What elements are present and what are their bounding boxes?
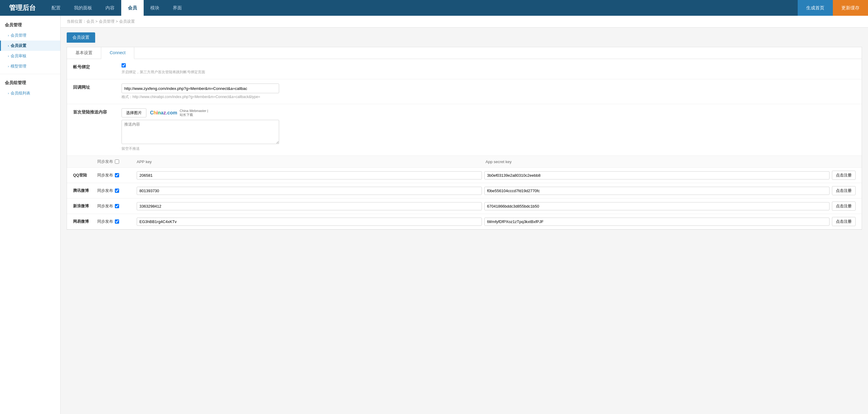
chevron-icon: › bbox=[8, 92, 9, 95]
refresh-button[interactable]: 更新缓存 bbox=[833, 0, 868, 16]
social-header-row: 同步发布 APP key App secret key bbox=[67, 156, 862, 168]
first-login-label: 首次登陆推送内容 bbox=[73, 108, 122, 115]
sync-header: 同步发布 bbox=[97, 159, 137, 164]
netease-label: 网易微博 bbox=[73, 219, 97, 224]
breadcrumb: 当前位置：会员 > 会员管理 > 会员设置 bbox=[61, 16, 868, 28]
chevron-icon: › bbox=[8, 65, 9, 68]
qq-appkey-input[interactable] bbox=[137, 171, 482, 179]
sidebar-divider bbox=[0, 74, 60, 74]
account-bind-checkbox[interactable] bbox=[122, 63, 126, 68]
generate-button[interactable]: 生成首页 bbox=[798, 0, 833, 16]
sidebar-item-membergroup-list[interactable]: › 会员组列表 bbox=[0, 88, 60, 98]
push-hint: 留空不推送 bbox=[122, 146, 856, 151]
sina-sync-checkbox[interactable] bbox=[115, 204, 119, 208]
brand-title: 管理后台 bbox=[0, 3, 45, 12]
right-buttons: 生成首页 更新缓存 bbox=[798, 0, 868, 16]
page-body: 会员设置 基本设置 Connect 帐号绑定 bbox=[61, 28, 868, 235]
tab-basic-settings[interactable]: 基本设置 bbox=[67, 47, 101, 59]
sidebar-group-membergroup-title: 会员组管理 bbox=[0, 76, 60, 88]
nav-item-module[interactable]: 模块 bbox=[144, 0, 166, 16]
netease-sync-label: 同步发布 bbox=[97, 219, 113, 224]
chevron-icon: › bbox=[8, 55, 9, 58]
nav-item-dashboard[interactable]: 我的面板 bbox=[67, 0, 99, 16]
netease-appkey-wrap bbox=[137, 217, 482, 226]
select-image-button[interactable]: 选择图片 bbox=[122, 108, 146, 117]
account-bind-label: 帐号绑定 bbox=[73, 63, 122, 70]
brand-logo-area: Chinaz.com China Webmaster | 站长下载 bbox=[150, 109, 208, 117]
qq-sync-checkbox[interactable] bbox=[115, 173, 119, 177]
netease-sync: 同步发布 bbox=[97, 219, 137, 224]
qq-sync: 同步发布 bbox=[97, 172, 137, 178]
img-select-row: 选择图片 Chinaz.com China Webmaster | 站长下载 bbox=[122, 108, 856, 117]
social-row-tencent: 腾讯微博 同步发布 点击注册 bbox=[67, 183, 862, 199]
settings-panel: 基本设置 Connect 帐号绑定 开启绑定，第三方用户首次登陆将跳到帐号绑定页… bbox=[67, 47, 862, 230]
qq-secret-input[interactable] bbox=[484, 171, 830, 179]
first-login-content: 选择图片 Chinaz.com China Webmaster | 站长下载 bbox=[122, 108, 856, 151]
nav-item-config[interactable]: 配置 bbox=[45, 0, 67, 16]
qq-secret-wrap bbox=[484, 171, 830, 179]
sync-header-checkbox[interactable] bbox=[115, 160, 119, 164]
secret-header: App secret key bbox=[486, 160, 832, 164]
top-nav: 管理后台 配置 我的面板 内容 会员 模块 界面 生成首页 更新缓存 bbox=[0, 0, 868, 16]
tencent-register-button[interactable]: 点击注册 bbox=[832, 186, 856, 195]
sina-appkey-input[interactable] bbox=[137, 202, 482, 210]
sina-register-button[interactable]: 点击注册 bbox=[832, 202, 856, 211]
callback-label: 回调网址 bbox=[73, 83, 122, 90]
chevron-icon: › bbox=[8, 44, 9, 47]
page-tab-btn[interactable]: 会员设置 bbox=[67, 32, 95, 43]
netease-secret-wrap bbox=[484, 217, 830, 226]
callback-input[interactable] bbox=[122, 83, 279, 93]
page-tab-header: 会员设置 bbox=[67, 32, 862, 43]
sina-appkey-wrap bbox=[137, 202, 482, 210]
nav-items: 配置 我的面板 内容 会员 模块 界面 bbox=[45, 0, 798, 16]
tencent-secret-input[interactable] bbox=[484, 187, 830, 195]
form-row-callback: 回调网址 格式：http://www.chinabpi.com/index.ph… bbox=[67, 79, 862, 104]
form-row-account-bind: 帐号绑定 开启绑定，第三方用户首次登陆将跳到帐号绑定页面 bbox=[67, 59, 862, 79]
qq-register-button[interactable]: 点击注册 bbox=[832, 171, 856, 180]
tencent-appkey-input[interactable] bbox=[137, 187, 482, 195]
sina-label: 新浪微博 bbox=[73, 203, 97, 209]
callback-content: 格式：http://www.chinabpi.com/index.php?g=M… bbox=[122, 83, 856, 100]
social-row-netease: 网易微博 同步发布 点击注册 bbox=[67, 214, 862, 230]
qq-appkey-wrap bbox=[137, 171, 482, 179]
social-row-sina: 新浪微博 同步发布 点击注册 bbox=[67, 199, 862, 214]
sina-secret-input[interactable] bbox=[484, 202, 830, 210]
sidebar-group-member-title: 会员管理 bbox=[0, 19, 60, 30]
social-row-qq: QQ登陆 同步发布 点击注册 bbox=[67, 168, 862, 183]
callback-hint: 格式：http://www.chinabpi.com/index.php?g=M… bbox=[122, 95, 856, 100]
account-bind-hint: 开启绑定，第三方用户首次登陆将跳到帐号绑定页面 bbox=[122, 70, 856, 75]
tencent-appkey-wrap bbox=[137, 187, 482, 195]
nav-item-member[interactable]: 会员 bbox=[121, 0, 144, 16]
qq-sync-label: 同步发布 bbox=[97, 172, 113, 178]
sina-sync: 同步发布 bbox=[97, 203, 137, 209]
appkey-header: APP key bbox=[137, 160, 483, 164]
form-row-first-login: 首次登陆推送内容 选择图片 Chinaz.com China Webmaster… bbox=[67, 104, 862, 156]
nav-item-content[interactable]: 内容 bbox=[99, 0, 121, 16]
main-content: 当前位置：会员 > 会员管理 > 会员设置 会员设置 基本设置 Connect bbox=[61, 16, 868, 414]
sidebar-item-member-settings[interactable]: › 会员设置 bbox=[0, 40, 60, 51]
netease-sync-checkbox[interactable] bbox=[115, 219, 119, 223]
netease-register-button[interactable]: 点击注册 bbox=[832, 217, 856, 226]
tencent-sync: 同步发布 bbox=[97, 188, 137, 194]
sidebar-item-member-audit[interactable]: › 会员审核 bbox=[0, 51, 60, 61]
qq-label: QQ登陆 bbox=[73, 172, 97, 178]
tab-row: 基本设置 Connect bbox=[67, 47, 862, 59]
nav-item-ui[interactable]: 界面 bbox=[166, 0, 188, 16]
logo-subtitle: China Webmaster | 站长下载 bbox=[180, 109, 208, 117]
tencent-sync-checkbox[interactable] bbox=[115, 188, 119, 193]
tencent-sync-label: 同步发布 bbox=[97, 188, 113, 194]
tencent-secret-wrap bbox=[484, 187, 830, 195]
sidebar-item-model-manage[interactable]: › 模型管理 bbox=[0, 61, 60, 71]
netease-secret-input[interactable] bbox=[484, 217, 830, 226]
push-content-textarea[interactable] bbox=[122, 120, 279, 144]
tencent-label: 腾讯微博 bbox=[73, 188, 97, 194]
logo-chinaz: Chinaz.com bbox=[150, 110, 177, 115]
account-bind-content: 开启绑定，第三方用户首次登陆将跳到帐号绑定页面 bbox=[122, 63, 856, 75]
tab-connect[interactable]: Connect bbox=[101, 47, 134, 59]
netease-appkey-input[interactable] bbox=[137, 217, 482, 226]
layout: 会员管理 › 会员管理 › 会员设置 › 会员审核 › 模型管理 会员组管理 ›… bbox=[0, 16, 868, 414]
sina-secret-wrap bbox=[484, 202, 830, 210]
sidebar-item-member-manage[interactable]: › 会员管理 bbox=[0, 30, 60, 40]
chevron-icon: › bbox=[8, 34, 9, 37]
sina-sync-label: 同步发布 bbox=[97, 203, 113, 209]
